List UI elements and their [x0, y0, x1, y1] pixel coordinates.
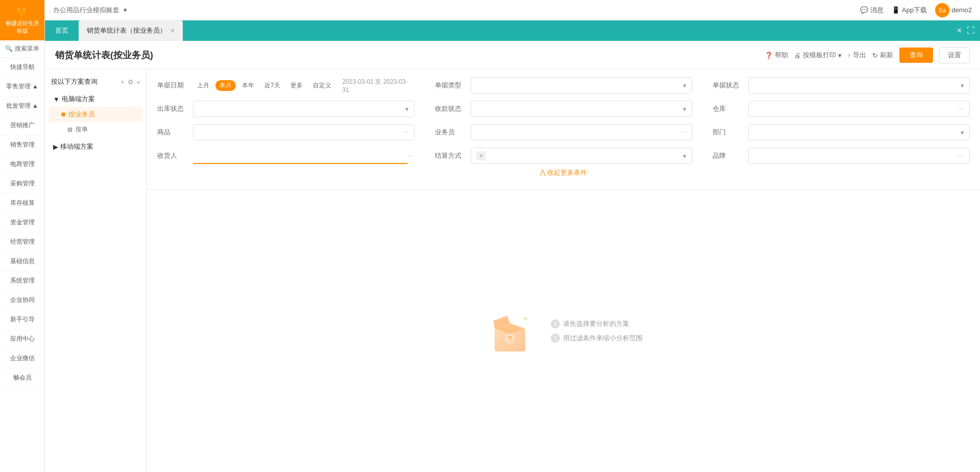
help-button[interactable]: ❓ 帮助 [765, 51, 788, 60]
salesperson-ellipsis-icon[interactable]: ··· [680, 128, 687, 137]
sidebar-item-finance[interactable]: 资金管理 [0, 213, 44, 232]
tab-active[interactable]: 销货单统计表（按业务员） × [79, 20, 183, 41]
settlement-tag-close[interactable]: × [479, 152, 483, 159]
filter-brand-control[interactable]: ··· [748, 148, 970, 164]
sidebar-item-inventory[interactable]: 库存核算 [0, 194, 44, 213]
sidebar-item-ecommerce[interactable]: 电商管理 [0, 155, 44, 174]
panel-settings-icon[interactable]: ⚙ [128, 78, 134, 86]
filter-goods-control[interactable]: ··· [193, 124, 414, 140]
right-panel: 单据日期 上月 本月 本年 近7天 更多 自定义 2023-03-01 至 20… [147, 69, 980, 472]
sidebar-item-marketing[interactable]: 营销推广 [0, 116, 44, 135]
panel-collapse-icon[interactable]: « [137, 78, 140, 86]
app-title-dropdown[interactable]: ▾ [124, 6, 127, 14]
filter-payment-control[interactable]: ▾ [471, 101, 692, 117]
filter-warehouse-control[interactable]: ··· [748, 101, 970, 117]
sidebar-item-member[interactable]: 畅会员 [0, 368, 44, 388]
sidebar-item-wechat[interactable]: 企业微信 [0, 349, 44, 368]
sidebar-item-wholesale[interactable]: 批发管理▲ [0, 97, 44, 116]
filter-brand-input[interactable]: ··· [748, 148, 970, 164]
refresh-button[interactable]: ↻ 刷新 [872, 51, 893, 60]
print-button[interactable]: 🖨 按模板打印 ▾ [794, 51, 842, 60]
filter-department-select[interactable]: ▾ [748, 124, 970, 140]
filter-goods-input[interactable]: ··· [193, 124, 414, 140]
page-title: 销货单统计表(按业务员) [55, 49, 153, 61]
date-tab-thismonth[interactable]: 本月 [215, 80, 236, 91]
filter-salesperson-control[interactable]: ··· [471, 124, 692, 140]
sidebar-search[interactable]: 🔍 搜索菜单 [0, 40, 44, 58]
tree-item-by-salesperson[interactable]: ● 按业务员 [49, 107, 142, 122]
app-download-button[interactable]: 📱 App下载 [892, 6, 927, 15]
export-button[interactable]: ↑ 导出 [848, 51, 867, 60]
help-label: 帮助 [775, 51, 788, 60]
export-label: 导出 [853, 51, 866, 60]
date-tab-thisyear[interactable]: 本年 [238, 80, 258, 91]
panel-add-icon[interactable]: + [120, 78, 125, 86]
filter-doctype-control[interactable]: ▾ [471, 77, 692, 93]
sidebar-item-guide[interactable]: 新手引导 [0, 310, 44, 329]
tab-active-label: 销货单统计表（按业务员） [87, 26, 166, 35]
filter-consignee-control[interactable]: ··· [193, 148, 414, 164]
active-dot-icon: ● [61, 112, 65, 116]
window-maximize-button[interactable]: ⛶ [967, 26, 975, 35]
topbar-left: 办公用品行业模拟账套 ▾ [53, 6, 127, 15]
sidebar-item-enterprise[interactable]: 企业协同 [0, 291, 44, 310]
panel-header-label: 按以下方案查询 [51, 77, 97, 86]
filter-salesperson-label: 业务员 [435, 128, 465, 137]
filter-settlement-select[interactable]: × ▾ [471, 148, 692, 164]
refresh-icon: ↻ [872, 52, 878, 59]
empty-state-content: ? ✦ ✦ 1 请先选择要分析的方案 2 用过滤条件来 [484, 305, 643, 357]
tree-item-by-order[interactable]: ⊞ 按单 [49, 122, 142, 137]
logo-icon: 🧡 [3, 5, 42, 19]
tree-group-mobile-header[interactable]: ▶ 移动端方案 [49, 139, 142, 154]
filter-docstatus-select[interactable]: ▾ [748, 77, 970, 93]
message-button[interactable]: 💬 消息 [860, 6, 884, 15]
collapse-button[interactable]: ⋀ 收起更多条件 [157, 164, 970, 181]
filter-cell-salesperson: 业务员 ··· [435, 124, 692, 140]
step2-text: 用过滤条件来缩小分析范围 [563, 334, 643, 343]
warehouse-ellipsis-icon[interactable]: ··· [958, 104, 964, 113]
tabbar-right: × ⛶ [957, 26, 980, 35]
avatar: Ea [935, 3, 949, 17]
tab-close-button[interactable]: × [170, 27, 175, 35]
window-close-button[interactable]: × [957, 26, 962, 35]
user-profile[interactable]: Ea demo2 [935, 3, 972, 17]
filter-outstatus-control[interactable]: ▾ [193, 101, 414, 117]
sidebar-item-system[interactable]: 系统管理 [0, 271, 44, 291]
query-button[interactable]: 查询 [899, 48, 933, 63]
sidebar-item-quick-nav[interactable]: 快捷导航 [0, 58, 44, 77]
main-area: 办公用品行业模拟账套 ▾ 💬 消息 📱 App下载 Ea demo2 首页 [45, 0, 980, 472]
sidebar-item-apps[interactable]: 应用中心 [0, 329, 44, 349]
date-tab-7days[interactable]: 近7天 [260, 80, 284, 91]
filter-warehouse-input[interactable]: ··· [748, 101, 970, 117]
filter-settlement-control[interactable]: × ▾ [471, 148, 692, 164]
filter-doctype-select[interactable]: ▾ [471, 77, 692, 93]
left-panel: 按以下方案查询 + ⚙ « ▼ 电脑端方案 ● 按业务员 [45, 69, 147, 472]
tree-group-desktop-header[interactable]: ▼ 电脑端方案 [49, 91, 142, 107]
sidebar-logo[interactable]: 🧡 畅捷进好生意 标版 [0, 0, 44, 40]
filter-outstatus-select[interactable]: ▾ [193, 101, 414, 117]
settings-button[interactable]: 设置 [939, 47, 970, 63]
date-tab-custom[interactable]: 自定义 [309, 80, 335, 91]
sidebar-item-operations[interactable]: 经营管理 [0, 232, 44, 252]
tab-home[interactable]: 首页 [45, 20, 79, 41]
filter-department-control[interactable]: ▾ [748, 124, 970, 140]
sidebar-item-purchase[interactable]: 采购管理 [0, 174, 44, 194]
date-tab-lastmonth[interactable]: 上月 [193, 80, 213, 91]
filter-payment-select[interactable]: ▾ [471, 101, 692, 117]
filter-salesperson-input[interactable]: ··· [471, 124, 692, 140]
filter-docstatus-control[interactable]: ▾ [748, 77, 970, 93]
search-icon: 🔍 [5, 45, 13, 52]
sidebar-item-basic[interactable]: 基础信息 [0, 252, 44, 271]
print-dropdown-icon[interactable]: ▾ [838, 52, 842, 59]
goods-ellipsis-icon[interactable]: ··· [402, 128, 409, 137]
print-label: 按模板打印 [803, 51, 836, 60]
consignee-ellipsis-icon[interactable]: ··· [408, 151, 414, 160]
sidebar-item-retail[interactable]: 零售管理▲ [0, 77, 44, 97]
filter-consignee-input[interactable] [193, 148, 408, 164]
page-title-row: 销货单统计表(按业务员) ❓ 帮助 🖨 按模板打印 ▾ ↑ 导出 ↻ 刷新 [55, 47, 970, 63]
date-tab-more[interactable]: 更多 [286, 80, 307, 91]
empty-texts: 1 请先选择要分析的方案 2 用过滤条件来缩小分析范围 [551, 319, 643, 343]
sidebar-item-sales[interactable]: 销售管理 [0, 135, 44, 155]
filter-cell-brand: 品牌 ··· [713, 148, 970, 164]
brand-ellipsis-icon[interactable]: ··· [958, 151, 964, 160]
